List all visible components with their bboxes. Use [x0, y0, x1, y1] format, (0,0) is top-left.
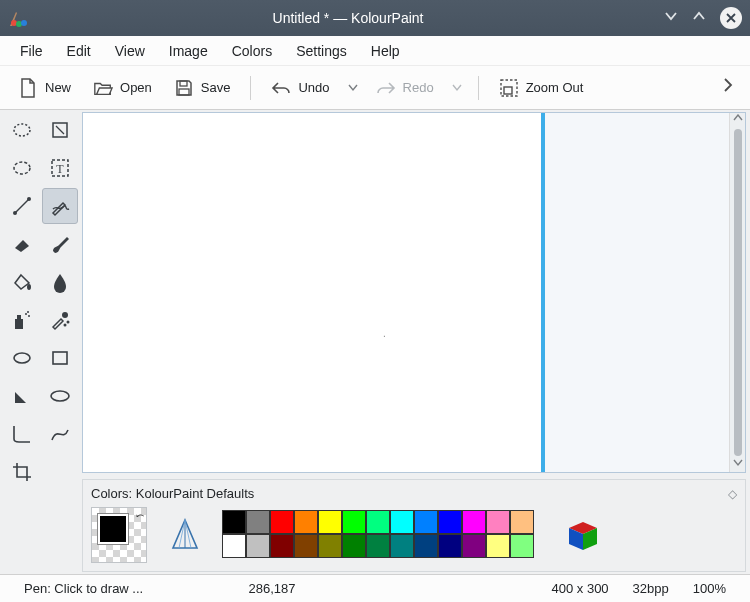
color-swatch[interactable]: [438, 510, 462, 534]
app-icon: [8, 8, 32, 28]
color-swatches: [223, 511, 535, 559]
swap-colors-icon[interactable]: ⤺: [136, 510, 144, 521]
svg-rect-4: [179, 89, 189, 95]
save-icon: [174, 78, 194, 98]
tool-rectangle[interactable]: [42, 340, 78, 376]
menu-file[interactable]: File: [10, 38, 53, 64]
undo-button[interactable]: Undo: [263, 72, 337, 104]
color-swatch[interactable]: [462, 534, 486, 558]
redo-button[interactable]: Redo: [368, 72, 442, 104]
transparency-indicator-icon[interactable]: [171, 518, 199, 552]
tool-spray[interactable]: [4, 302, 40, 338]
menu-help[interactable]: Help: [361, 38, 410, 64]
tool-eraser[interactable]: [4, 226, 40, 262]
rgb-cube-icon[interactable]: [559, 514, 601, 556]
scroll-down-icon[interactable]: [733, 458, 743, 472]
new-label: New: [45, 80, 71, 95]
color-swatch[interactable]: [462, 510, 486, 534]
zoom-out-label: Zoom Out: [526, 80, 584, 95]
redo-dropdown[interactable]: [448, 74, 466, 102]
tool-bezier[interactable]: [42, 416, 78, 452]
color-swatch[interactable]: [270, 510, 294, 534]
redo-icon: [376, 78, 396, 98]
tool-rounded-ellipse[interactable]: [42, 378, 78, 414]
svg-point-9: [14, 162, 30, 174]
color-swatch[interactable]: [414, 534, 438, 558]
tool-crop[interactable]: [4, 454, 40, 490]
palette-collapse-icon[interactable]: ◇: [728, 487, 737, 501]
tool-line[interactable]: [4, 188, 40, 224]
color-swatch[interactable]: [294, 534, 318, 558]
color-swatch[interactable]: [510, 534, 534, 558]
status-bar: Pen: Click to draw ... 286,187 400 x 300…: [0, 574, 750, 602]
color-swatch[interactable]: [246, 510, 270, 534]
tool-blur[interactable]: [42, 264, 78, 300]
canvas-padding: [545, 113, 729, 472]
tool-free-select[interactable]: [4, 112, 40, 148]
minimize-button[interactable]: [664, 9, 678, 27]
color-swatch[interactable]: [294, 510, 318, 534]
tool-color-picker[interactable]: [42, 302, 78, 338]
color-swatch[interactable]: [486, 534, 510, 558]
undo-label: Undo: [298, 80, 329, 95]
menu-edit[interactable]: Edit: [57, 38, 101, 64]
undo-icon: [271, 78, 291, 98]
color-swatch[interactable]: [270, 534, 294, 558]
color-swatch[interactable]: [390, 510, 414, 534]
color-swatch[interactable]: [438, 534, 462, 558]
svg-point-22: [67, 321, 70, 324]
svg-rect-15: [15, 319, 23, 329]
save-label: Save: [201, 80, 231, 95]
svg-point-18: [28, 315, 30, 317]
color-swatch[interactable]: [390, 534, 414, 558]
tool-brush[interactable]: [42, 226, 78, 262]
foreground-background-swatch[interactable]: ⤺: [91, 507, 147, 563]
toolbar-separator: [478, 76, 479, 100]
scroll-thumb[interactable]: [734, 129, 742, 456]
canvas-area: [82, 112, 746, 473]
tool-curve[interactable]: [4, 416, 40, 452]
zoom-out-button[interactable]: Zoom Out: [491, 72, 592, 104]
vertical-scrollbar[interactable]: [729, 113, 745, 472]
color-swatch[interactable]: [222, 534, 246, 558]
open-button[interactable]: Open: [85, 72, 160, 104]
tool-ellipse[interactable]: [4, 340, 40, 376]
tool-ellipse-select[interactable]: [4, 150, 40, 186]
tool-polygon[interactable]: [4, 378, 40, 414]
color-swatch[interactable]: [342, 534, 366, 558]
color-swatch[interactable]: [486, 510, 510, 534]
tool-rect-select[interactable]: [42, 112, 78, 148]
color-swatch[interactable]: [342, 510, 366, 534]
status-hint: Pen: Click to draw ...: [12, 581, 212, 596]
new-icon: [18, 78, 38, 98]
tool-fill[interactable]: [4, 264, 40, 300]
toolbar-overflow[interactable]: [716, 77, 740, 98]
undo-dropdown[interactable]: [344, 74, 362, 102]
color-swatch[interactable]: [414, 510, 438, 534]
menubar: File Edit View Image Colors Settings Hel…: [0, 36, 750, 66]
maximize-button[interactable]: [692, 9, 706, 27]
scroll-up-icon[interactable]: [733, 113, 743, 127]
color-swatch[interactable]: [510, 510, 534, 534]
tool-text[interactable]: T: [42, 150, 78, 186]
tool-pen[interactable]: [42, 188, 78, 224]
svg-text:T: T: [56, 162, 64, 176]
color-swatch[interactable]: [366, 534, 390, 558]
save-button[interactable]: Save: [166, 72, 239, 104]
drawing-canvas[interactable]: [83, 113, 545, 472]
menu-settings[interactable]: Settings: [286, 38, 357, 64]
menu-colors[interactable]: Colors: [222, 38, 282, 64]
close-button[interactable]: [720, 7, 742, 29]
menu-view[interactable]: View: [105, 38, 155, 64]
color-swatch[interactable]: [318, 534, 342, 558]
svg-point-25: [51, 391, 69, 401]
color-swatch[interactable]: [366, 510, 390, 534]
foreground-color[interactable]: [98, 514, 128, 544]
color-swatch[interactable]: [222, 510, 246, 534]
svg-point-23: [14, 353, 30, 363]
svg-point-14: [27, 284, 31, 290]
menu-image[interactable]: Image: [159, 38, 218, 64]
color-swatch[interactable]: [318, 510, 342, 534]
new-button[interactable]: New: [10, 72, 79, 104]
color-swatch[interactable]: [246, 534, 270, 558]
